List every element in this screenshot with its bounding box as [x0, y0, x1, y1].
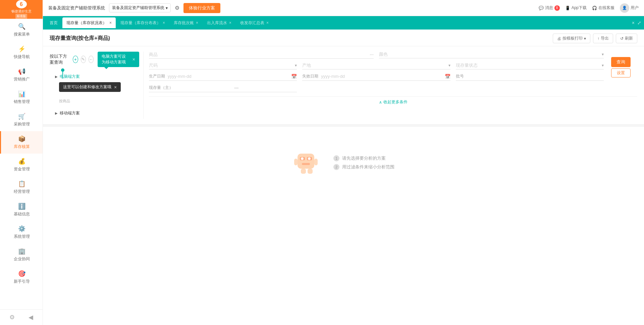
filter-collapse-button[interactable]: ∧ 收起更多条件 — [149, 96, 637, 108]
sidebar-item-inventory[interactable]: 📦 库存核算 — [0, 131, 43, 154]
sidebar-item-quicknav[interactable]: ⚡ 快捷导航 — [0, 41, 43, 64]
size-dropdown-icon[interactable]: ▾ — [295, 63, 297, 68]
online-support-item[interactable]: 🎧 在线客服 — [592, 5, 614, 11]
filter-origin-wrap: ▾ — [302, 63, 450, 69]
filter-field-stock-status: ▾ — [456, 63, 604, 69]
tabbar: 首页 现存量（库存状况表） × 现存量（库存分布表） × 库存批次账 × 出入库… — [43, 16, 644, 30]
filter-field-product: ··· — [149, 52, 374, 59]
origin-input[interactable] — [302, 63, 447, 68]
back-scheme-button[interactable]: ← — [89, 56, 94, 63]
chevron-down-icon: ▾ — [166, 6, 168, 10]
tab-expand-icon[interactable]: ⤢ — [637, 20, 641, 25]
search-button[interactable]: 查询 — [611, 57, 631, 67]
collapse-icon[interactable]: ◀ — [29, 314, 33, 321]
print-label: 按模板打印 — [562, 36, 583, 41]
tab-inventory-dist[interactable]: 现存量（库存分布表） × — [116, 17, 169, 28]
system-select[interactable]: 装备及固定资产辅助管理系统 ▾ — [109, 3, 171, 12]
step-num-1: 1 — [333, 155, 339, 161]
stock-status-dropdown-icon[interactable]: ▾ — [602, 63, 604, 68]
sidebar-item-marketing[interactable]: 📢 营销推广 — [0, 64, 43, 86]
export-icon: ↑ — [597, 36, 599, 41]
pc-scheme-tooltip[interactable]: 电脑方案可设为移动方案哦 × — [98, 52, 139, 67]
mobile-icon: 📱 — [565, 6, 570, 10]
refresh-button[interactable]: ↺ 刷新 — [616, 34, 637, 43]
stock-status-input[interactable] — [456, 63, 600, 68]
edit-scheme-button[interactable]: ✎ — [81, 56, 86, 63]
stock-qty-max-input[interactable] — [241, 85, 297, 90]
tab-inout-flow[interactable]: 出入库流水 × — [203, 17, 235, 28]
notification-item[interactable]: 💬 消息 8 — [539, 5, 560, 11]
sidebar-item-search[interactable]: 🔍 搜索菜单 — [0, 19, 43, 41]
headset-icon: 🎧 — [592, 6, 597, 10]
search-btn-group: 查询 设置 — [611, 57, 631, 77]
tooltip2-close-icon[interactable]: × — [114, 85, 117, 90]
sidebar-item-operations[interactable]: 📋 经营管理 — [0, 176, 43, 199]
product-input[interactable] — [149, 52, 368, 57]
settings-icon[interactable]: ⚙ — [9, 314, 15, 321]
tab-close-icon[interactable]: × — [266, 20, 269, 25]
tab-inventory-status[interactable]: 现存量（库存状况表） × — [62, 17, 116, 28]
svg-point-8 — [301, 157, 304, 160]
produce-date-calendar-icon[interactable]: 📅 — [291, 74, 297, 79]
produce-date-input[interactable] — [168, 74, 290, 79]
color-dropdown-icon[interactable]: ▾ — [602, 52, 604, 57]
stock-qty-min-input[interactable] — [176, 85, 231, 90]
size-input[interactable] — [149, 63, 293, 68]
filter-area: 按以下方案查询 + ✎ ← 电脑方案可设为移动方案哦 × — [43, 46, 644, 124]
tab-batch-account[interactable]: 库存批次账 × — [170, 17, 202, 28]
filter-form: 查询 设置 ··· — [144, 52, 637, 119]
sidebar: 6 畅捷通好生意 标准版 🔍 搜索菜单 ⚡ 快捷导航 📢 营销推广 📊 销售管理… — [0, 0, 43, 325]
sidebar-item-basic-info[interactable]: ℹ️ 基础信息 — [0, 199, 43, 221]
tab-home[interactable]: 首页 — [46, 20, 62, 26]
tab-summary[interactable]: 收发存汇总表 × — [236, 17, 273, 28]
tooltip1-close-icon[interactable]: × — [132, 57, 135, 62]
set-button[interactable]: 设置 — [611, 68, 631, 77]
sidebar-item-guide[interactable]: 🎯 新手引导 — [0, 266, 43, 288]
add-scheme-button[interactable]: + — [73, 56, 78, 63]
tab-close-icon[interactable]: × — [229, 20, 231, 25]
marketing-icon: 📢 — [18, 68, 25, 75]
user-item[interactable]: 👤 用户 — [620, 3, 639, 13]
page-actions: 🖨 按模板打印 ▾ ↑ 导出 ↺ 刷新 — [553, 34, 637, 43]
sidebar-item-sales[interactable]: 📊 销售管理 — [0, 86, 43, 109]
industry-plan-button[interactable]: 体验行业方案 — [183, 3, 220, 13]
expire-date-input[interactable] — [321, 74, 443, 79]
scheme-pc-header[interactable]: ▶ 电脑端方案 — [52, 72, 139, 81]
topbar-right: 💬 消息 8 📱 App下载 🎧 在线客服 👤 用户 — [539, 3, 639, 13]
color-input[interactable] — [379, 52, 600, 57]
sidebar-item-finance[interactable]: 💰 资金管理 — [0, 154, 43, 176]
sales-icon: 📊 — [18, 90, 25, 98]
stock-qty-label: 现存量（主） — [149, 85, 173, 91]
svg-rect-3 — [302, 163, 310, 165]
tab-close-icon[interactable]: × — [163, 20, 165, 25]
export-button[interactable]: ↑ 导出 — [593, 34, 613, 43]
inventory-icon: 📦 — [18, 135, 25, 143]
scheme-edit-tooltip[interactable]: 这里可以创建和修改方案哦 × — [59, 82, 121, 92]
print-button[interactable]: 🖨 按模板打印 ▾ — [553, 34, 590, 43]
tab-close-icon[interactable]: × — [196, 20, 198, 25]
sidebar-item-enterprise[interactable]: 🏢 企业协同 — [0, 243, 43, 266]
filter-color-input-wrap: ▾ — [379, 52, 604, 58]
scheme-mobile-header[interactable]: ▶ 移动端方案 — [52, 109, 139, 117]
content-divider — [43, 124, 644, 127]
sidebar-item-system[interactable]: ⚙️ 系统管理 — [0, 221, 43, 243]
origin-dropdown-icon[interactable]: ▾ — [448, 63, 450, 68]
app-download-item[interactable]: 📱 App下载 — [565, 5, 587, 11]
product-more-icon[interactable]: ··· — [370, 52, 374, 57]
chevron-down-icon: ▾ — [584, 36, 586, 41]
empty-robot-svg — [292, 147, 323, 177]
step-1-text: 请先选择要分析的方案 — [342, 155, 386, 161]
sidebar-item-label: 系统管理 — [14, 234, 30, 239]
svg-rect-0 — [298, 154, 314, 169]
expire-date-calendar-icon[interactable]: 📅 — [445, 74, 450, 79]
settings-gear-icon[interactable]: ⚙ — [175, 5, 179, 11]
connector-line — [62, 72, 63, 78]
sidebar-item-purchase[interactable]: 🛒 采购管理 — [0, 109, 43, 131]
empty-step-2: 2 用过滤条件来缩小分析范围 — [333, 164, 394, 170]
batch-input[interactable] — [467, 74, 604, 79]
tab-close-icon[interactable]: × — [109, 20, 112, 25]
scheme-subitem[interactable]: 按商品 — [52, 97, 139, 105]
tab-close-all-icon[interactable]: × — [632, 20, 635, 25]
svg-rect-7 — [308, 169, 313, 174]
scheme-mobile-toggle-icon: ▶ — [55, 111, 58, 115]
